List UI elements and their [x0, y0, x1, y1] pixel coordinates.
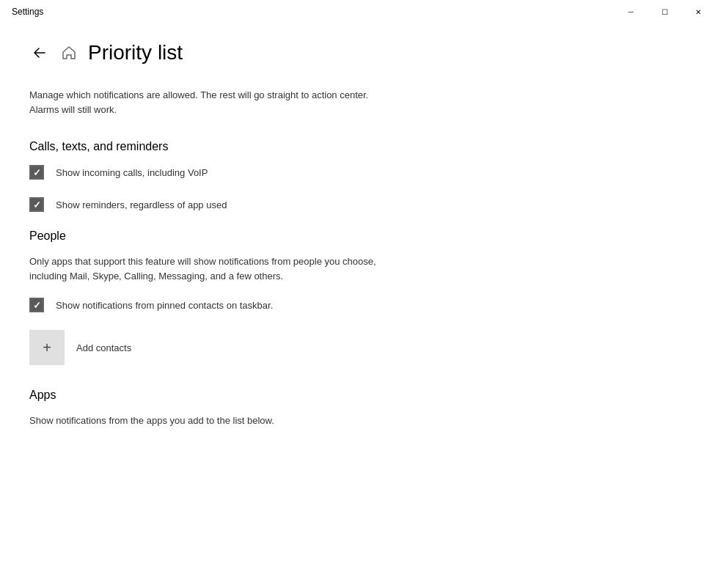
- reminders-checkbox-item[interactable]: ✓ Show reminders, regardless of app used: [29, 197, 692, 212]
- pinned-contacts-checkbox-label: Show notifications from pinned contacts …: [56, 300, 273, 311]
- pinned-contacts-checkbox[interactable]: ✓: [29, 298, 44, 312]
- pinned-contacts-checkbox-item[interactable]: ✓ Show notifications from pinned contact…: [29, 298, 692, 312]
- page-header: Priority list: [29, 41, 692, 65]
- voip-checkbox-item[interactable]: ✓ Show incoming calls, including VoIP: [29, 165, 692, 180]
- maximize-button[interactable]: ☐: [648, 0, 681, 23]
- reminders-checkbox[interactable]: ✓: [29, 197, 44, 212]
- add-contacts-label: Add contacts: [76, 342, 131, 353]
- pinned-contacts-checkmark: ✓: [33, 301, 41, 310]
- close-button[interactable]: ✕: [681, 0, 715, 23]
- people-section-heading: People: [29, 229, 692, 243]
- minimize-button[interactable]: ─: [614, 0, 648, 23]
- main-content: Priority list Manage which notifications…: [0, 23, 721, 588]
- people-description: Only apps that support this feature will…: [29, 254, 381, 283]
- app-title: Settings: [12, 7, 614, 17]
- apps-description: Show notifications from the apps you add…: [29, 414, 381, 428]
- intro-description: Manage which notifications are allowed. …: [29, 88, 381, 117]
- people-section: People Only apps that support this featu…: [29, 229, 692, 365]
- add-contacts-button[interactable]: +: [29, 330, 65, 365]
- window-controls: ─ ☐ ✕: [614, 0, 715, 23]
- apps-section: Apps Show notifications from the apps yo…: [29, 389, 692, 428]
- page-title: Priority list: [88, 41, 183, 65]
- back-arrow-icon: [34, 47, 45, 59]
- reminders-checkbox-label: Show reminders, regardless of app used: [56, 199, 227, 210]
- calls-section-heading: Calls, texts, and reminders: [29, 140, 692, 153]
- home-icon: [59, 43, 79, 63]
- voip-checkbox[interactable]: ✓: [29, 165, 44, 180]
- reminders-checkmark: ✓: [33, 200, 41, 210]
- apps-section-heading: Apps: [29, 389, 692, 402]
- calls-section: Calls, texts, and reminders ✓ Show incom…: [29, 140, 692, 212]
- voip-checkbox-label: Show incoming calls, including VoIP: [56, 167, 208, 178]
- plus-icon: +: [43, 340, 51, 355]
- title-bar: Settings ─ ☐ ✕: [0, 0, 721, 23]
- content-area: Priority list Manage which notifications…: [0, 23, 721, 588]
- voip-checkmark: ✓: [33, 168, 41, 177]
- back-button[interactable]: [29, 43, 50, 63]
- add-contacts-row: + Add contacts: [29, 330, 692, 365]
